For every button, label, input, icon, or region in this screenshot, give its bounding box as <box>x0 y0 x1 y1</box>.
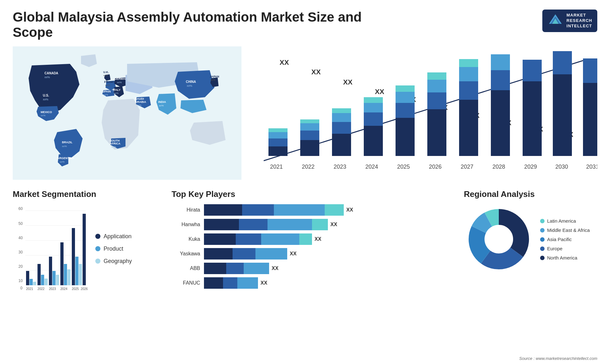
reg-dot-europe <box>540 246 545 251</box>
svg-text:INDIA: INDIA <box>158 100 166 104</box>
svg-rect-51 <box>268 132 288 138</box>
svg-text:XX: XX <box>343 78 353 86</box>
reg-legend-mea: Middle East & Africa <box>540 227 590 233</box>
svg-rect-111 <box>26 271 29 285</box>
svg-text:xx%: xx% <box>41 114 45 117</box>
svg-text:XX: XX <box>375 88 384 96</box>
svg-rect-126 <box>83 214 86 285</box>
svg-text:60: 60 <box>18 206 23 211</box>
svg-rect-122 <box>67 269 71 285</box>
svg-text:2022: 2022 <box>302 164 315 170</box>
svg-text:xx%: xx% <box>60 160 64 163</box>
segmentation-section: Market Segmentation 60 50 40 30 20 10 0 <box>13 189 165 300</box>
player-name-yaskawa: Yaskawa <box>172 251 200 257</box>
growth-bar-chart: XX XX XX XX XX XX XX XX XX XX XX <box>248 46 597 180</box>
logo-icon <box>547 13 563 29</box>
reg-dot-mea <box>540 228 545 233</box>
svg-text:2030: 2030 <box>555 164 568 170</box>
svg-rect-64 <box>364 97 383 103</box>
logo-text: MARKET RESEARCH INTELLECT <box>566 13 592 29</box>
svg-text:BRAZIL: BRAZIL <box>62 141 72 144</box>
svg-text:XX: XX <box>280 58 289 66</box>
world-map: CANADA xx% U.S. xx% MEXICO xx% BRAZIL xx… <box>13 46 241 180</box>
player-row-hanwha: Hanwha XX <box>172 219 458 230</box>
bar-chart-section: XX XX XX XX XX XX XX XX XX XX XX <box>248 46 597 180</box>
svg-text:2026: 2026 <box>429 164 442 170</box>
svg-rect-62 <box>364 112 383 126</box>
regional-section: Regional Analysis <box>464 189 597 300</box>
svg-rect-71 <box>427 80 446 92</box>
svg-text:ARABIA: ARABIA <box>135 100 146 104</box>
svg-text:2029: 2029 <box>524 164 537 170</box>
svg-text:2025: 2025 <box>397 164 410 170</box>
svg-rect-52 <box>268 128 288 132</box>
svg-text:2027: 2027 <box>461 164 473 170</box>
svg-rect-58 <box>332 122 351 134</box>
svg-text:XX: XX <box>311 68 321 76</box>
svg-text:U.K.: U.K. <box>103 71 109 74</box>
legend-dot-product <box>95 246 100 251</box>
reg-legend-europe: Europe <box>540 246 590 251</box>
svg-text:xx%: xx% <box>43 98 48 101</box>
svg-text:AFRICA: AFRICA <box>110 142 120 145</box>
player-value-abb: XX <box>272 266 278 271</box>
svg-text:xx%: xx% <box>210 78 215 81</box>
player-value-hirata: XX <box>346 207 353 213</box>
svg-point-138 <box>485 225 513 253</box>
segmentation-chart: 60 50 40 30 20 10 0 <box>13 204 89 293</box>
source-text: Source : www.marketresearchintellect.com <box>519 356 597 361</box>
regional-legend: Latin America Middle East & Africa Asia … <box>540 218 590 260</box>
svg-rect-79 <box>491 54 510 70</box>
svg-text:xx%: xx% <box>103 74 108 77</box>
svg-rect-121 <box>64 264 67 285</box>
svg-text:ARGENTINA: ARGENTINA <box>57 157 74 160</box>
svg-rect-123 <box>72 228 75 285</box>
svg-text:xx%: xx% <box>103 93 108 96</box>
svg-text:SPAIN: SPAIN <box>102 90 111 93</box>
svg-text:xx%: xx% <box>111 145 116 148</box>
svg-rect-117 <box>49 257 52 285</box>
svg-rect-119 <box>56 275 59 285</box>
svg-text:xx%: xx% <box>117 81 122 84</box>
svg-text:MEXICO: MEXICO <box>41 111 52 114</box>
player-row-fanuc: FANUC XX <box>172 277 458 289</box>
svg-rect-73 <box>459 100 478 156</box>
svg-rect-81 <box>523 81 542 156</box>
player-name-hirata: Hirata <box>172 207 200 213</box>
svg-text:2022: 2022 <box>37 287 45 291</box>
svg-text:2021: 2021 <box>26 287 33 291</box>
segmentation-title: Market Segmentation <box>13 189 165 199</box>
svg-text:JAPAN: JAPAN <box>210 75 219 78</box>
svg-rect-114 <box>37 264 41 285</box>
svg-text:ITALY: ITALY <box>113 88 121 91</box>
legend-dot-application <box>95 234 100 239</box>
regional-content: Latin America Middle East & Africa Asia … <box>464 204 597 274</box>
svg-rect-116 <box>44 279 48 285</box>
svg-text:xx%: xx% <box>62 145 67 148</box>
svg-rect-78 <box>491 70 510 90</box>
svg-rect-113 <box>33 282 36 285</box>
svg-rect-57 <box>332 134 351 156</box>
world-map-section: CANADA xx% U.S. xx% MEXICO xx% BRAZIL xx… <box>13 46 241 180</box>
svg-rect-69 <box>427 109 446 156</box>
svg-rect-56 <box>300 119 319 123</box>
svg-rect-120 <box>60 242 64 285</box>
svg-rect-65 <box>396 118 415 156</box>
reg-legend-asia-pacific: Asia Pacific <box>540 237 590 242</box>
player-value-hanwha: XX <box>330 222 337 227</box>
reg-dot-asia-pacific <box>540 237 545 242</box>
reg-dot-north-america <box>540 256 545 260</box>
player-name-abb: ABB <box>172 266 200 271</box>
player-value-kuka: XX <box>315 236 321 242</box>
svg-text:xx%: xx% <box>159 104 164 107</box>
legend-application: Application <box>95 233 132 240</box>
svg-rect-84 <box>553 51 572 74</box>
svg-text:2025: 2025 <box>72 287 79 291</box>
svg-rect-83 <box>553 74 572 156</box>
player-row-yaskawa: Yaskawa XX <box>172 248 458 260</box>
svg-text:30: 30 <box>18 250 23 254</box>
legend-dot-geography <box>95 259 100 264</box>
svg-rect-76 <box>459 59 478 67</box>
player-row-kuka: Kuka XX <box>172 233 458 245</box>
regional-title: Regional Analysis <box>464 189 597 199</box>
